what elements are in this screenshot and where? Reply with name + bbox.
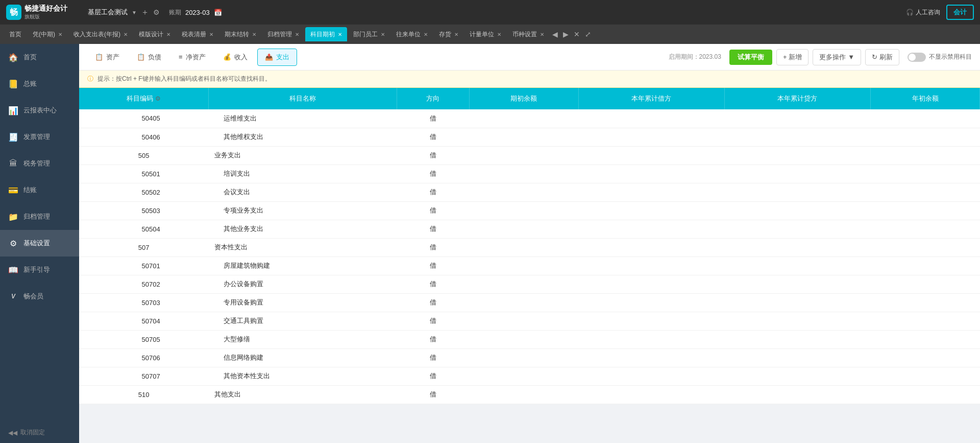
tab-close-contact[interactable]: ✕ [424, 32, 428, 37]
tab-maximize[interactable]: ⤢ [583, 30, 593, 38]
table-row[interactable]: 50405运维维支出借 [79, 109, 980, 128]
tab-income-cat[interactable]: 💰 收入 [215, 49, 255, 66]
tab-close-inventory[interactable]: ✕ [454, 32, 458, 37]
sidebar-item-reports[interactable]: 📊 云报表中心 [0, 97, 79, 124]
add-button[interactable]: + 新增 [776, 49, 808, 65]
tab-close-unit[interactable]: ✕ [497, 32, 501, 37]
tab-close-archive[interactable]: ✕ [295, 32, 299, 37]
add-company-icon[interactable]: ＋ [141, 7, 149, 18]
vip-icon: V [8, 293, 18, 300]
cell-dir: 借 [397, 220, 470, 238]
tab-inventory[interactable]: 存货 ✕ [434, 27, 463, 41]
more-button[interactable]: 更多操作 ▼ [813, 49, 861, 65]
sidebar-item-archive[interactable]: 📁 归档管理 [0, 203, 79, 230]
th-year-opening: 年初余额 [871, 88, 980, 109]
sidebar-item-tax[interactable]: 🏛 税务管理 [0, 150, 79, 177]
tab-home[interactable]: 首页 [4, 27, 27, 41]
tab-nav-left[interactable]: ◀ [550, 30, 560, 38]
cell-ytd-credit [724, 312, 870, 330]
tab-expenditure[interactable]: 📤 支出 [257, 49, 297, 66]
cell-opening [469, 330, 578, 348]
tab-asset[interactable]: 📋 资产 [87, 49, 127, 66]
table-row[interactable]: 50706信息网络购建借 [79, 348, 980, 367]
table-row[interactable]: 50504其他业务支出借 [79, 220, 980, 238]
cell-ytd-debit [578, 220, 724, 238]
table-row[interactable]: 50707其他资本性支出借 [79, 367, 980, 385]
sidebar-item-home[interactable]: 🏠 首页 [0, 44, 79, 71]
table-row[interactable]: 50701房屋建筑物购建借 [79, 257, 980, 275]
tab-income[interactable]: 收入支出表(年报) ✕ [68, 27, 133, 41]
sidebar-collapse[interactable]: ◀◀ 取消固定 [0, 422, 79, 443]
account-button[interactable]: 会计 [946, 5, 974, 20]
cell-name: 房屋建筑物购建 [208, 257, 397, 275]
company-name[interactable]: 基层工会测试 [88, 8, 128, 17]
tab-nav-right[interactable]: ▶ [561, 30, 571, 38]
sidebar-item-invoice[interactable]: 🧾 发票管理 [0, 124, 79, 150]
action-buttons: 试算平衡 + 新增 更多操作 ▼ ↻ 刷新 [729, 49, 899, 65]
tab-close-all[interactable]: ✕ [572, 30, 582, 38]
subject-table: 科目编码 ⚙ 科目名称 方向 期初余额 本年累计借方 本年累计贷方 年初余额 5… [79, 88, 980, 404]
tab-subject-opening[interactable]: 科目期初 ✕ [305, 27, 347, 41]
cell-ytd-credit [724, 109, 870, 128]
tab-close-template[interactable]: ✕ [166, 32, 170, 37]
tab-close-tax[interactable]: ✕ [209, 32, 213, 37]
tab-unit[interactable]: 计量单位 ✕ [464, 27, 506, 41]
tab-liability[interactable]: 📋 负债 [129, 49, 169, 66]
tab-archive[interactable]: 归档管理 ✕ [262, 27, 304, 41]
table-row[interactable]: 50501培训支出借 [79, 165, 980, 183]
sidebar-item-vip[interactable]: V 畅会员 [0, 283, 79, 310]
cell-code: 50707 [79, 367, 208, 385]
cell-ytd-debit [578, 275, 724, 293]
settings-icon[interactable]: ⚙ [153, 8, 160, 16]
tab-contact[interactable]: 往来单位 ✕ [391, 27, 433, 41]
tab-close-currency[interactable]: ✕ [540, 32, 544, 37]
balance-button[interactable]: 试算平衡 [729, 50, 772, 65]
tab-bar: 首页 凭(中期) ✕ 收入支出表(年报) ✕ 模版设计 ✕ 税表清册 ✕ 期末结… [0, 25, 980, 44]
cell-opening [469, 220, 578, 238]
tab-department[interactable]: 部门员工 ✕ [348, 27, 390, 41]
company-dropdown-icon[interactable]: ▼ [132, 10, 137, 15]
sidebar-item-settle[interactable]: 💳 结账 [0, 177, 79, 203]
sidebar-item-settings[interactable]: ⚙ 基础设置 [0, 230, 79, 257]
table-row[interactable]: 50702办公设备购置借 [79, 275, 980, 293]
cell-name: 专项业务支出 [208, 201, 397, 220]
sidebar-item-ledger[interactable]: 📒 总账 [0, 71, 79, 97]
table-row[interactable]: 510其他支出借 [79, 385, 980, 404]
table-row[interactable]: 50704交通工具购置借 [79, 312, 980, 330]
table-row[interactable]: 50406其他维权支出借 [79, 128, 980, 146]
logo-area: 畅 畅捷通好会计 旗舰版 [6, 4, 83, 20]
top-center: 基层工会测试 ▼ ＋ ⚙ 账期 2023-03 📅 [88, 7, 901, 18]
home-icon: 🏠 [8, 53, 18, 62]
cell-code: 50704 [79, 312, 208, 330]
tab-close-income[interactable]: ✕ [124, 32, 128, 37]
cell-ytd-debit [578, 330, 724, 348]
tab-tax[interactable]: 税表清册 ✕ [177, 27, 218, 41]
table-row[interactable]: 50703专用设备购置借 [79, 293, 980, 312]
tab-close-voucher[interactable]: ✕ [58, 32, 62, 37]
tab-period-end[interactable]: 期末结转 ✕ [219, 27, 261, 41]
sidebar: 🏠 首页 📒 总账 📊 云报表中心 🧾 发票管理 🏛 税务管理 💳 结账 📁 归… [0, 44, 79, 443]
cell-opening [469, 238, 578, 257]
cell-ytd-debit [578, 109, 724, 128]
table-container[interactable]: 科目编码 ⚙ 科目名称 方向 期初余额 本年累计借方 本年累计贷方 年初余额 5… [79, 88, 980, 443]
table-row[interactable]: 50705大型修缮借 [79, 330, 980, 348]
tab-net-assets[interactable]: ≡ 净资产 [171, 49, 213, 66]
tab-voucher[interactable]: 凭(中期) ✕ [28, 27, 67, 41]
tab-close-dept[interactable]: ✕ [381, 32, 385, 37]
tab-close-subject[interactable]: ✕ [338, 32, 342, 37]
tab-template[interactable]: 模版设计 ✕ [134, 27, 176, 41]
support-button[interactable]: 🎧 人工咨询 [906, 8, 940, 17]
sidebar-item-guide[interactable]: 📖 新手引导 [0, 257, 79, 283]
reports-icon: 📊 [8, 106, 18, 115]
table-row[interactable]: 50503专项业务支出借 [79, 201, 980, 220]
column-settings-icon[interactable]: ⚙ [155, 95, 161, 102]
table-row[interactable]: 507资本性支出借 [79, 238, 980, 257]
tab-close-period-end[interactable]: ✕ [252, 32, 256, 37]
toggle-track[interactable] [908, 53, 926, 62]
table-row[interactable]: 50502会议支出借 [79, 183, 980, 201]
toggle-disabled[interactable]: 不显示禁用科目 [908, 53, 972, 62]
refresh-button[interactable]: ↻ 刷新 [865, 49, 899, 65]
table-row[interactable]: 505业务支出借 [79, 146, 980, 165]
tab-currency[interactable]: 币种设置 ✕ [507, 27, 549, 41]
calendar-icon[interactable]: 📅 [214, 9, 222, 16]
